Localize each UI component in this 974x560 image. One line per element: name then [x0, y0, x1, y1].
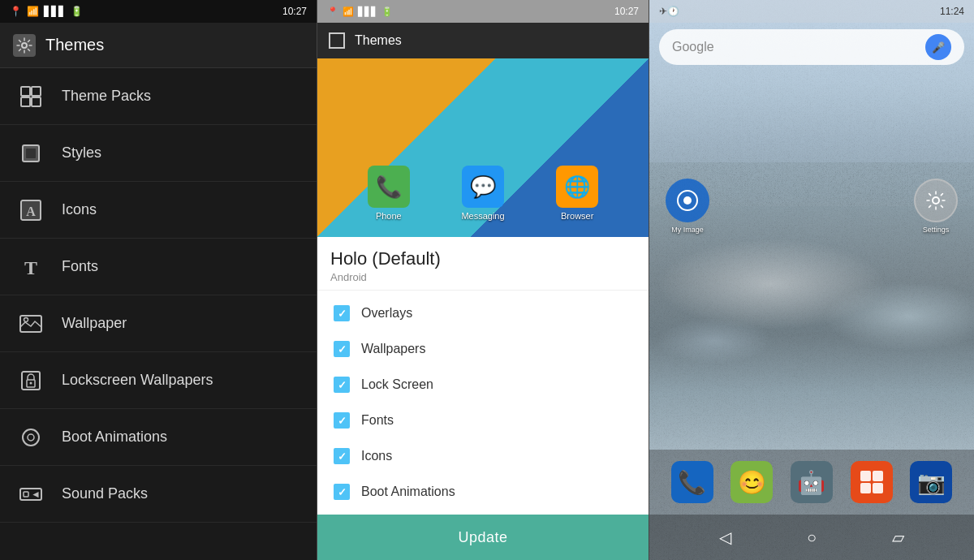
theme-author: Android: [330, 271, 636, 283]
clock-icon: 🕐: [667, 6, 679, 17]
svg-text:A: A: [26, 205, 36, 218]
menu-item-sound-packs[interactable]: ◄ Sound Packs: [0, 466, 317, 523]
svg-rect-1: [21, 87, 30, 96]
wallpapers-label: Wallpapers: [361, 342, 425, 356]
preview-app-messaging: 💬 Messaging: [461, 166, 504, 221]
preview-browser-icon: 🌐: [556, 166, 598, 208]
camera-icon: 📷: [917, 469, 946, 496]
status-time-1: 10:27: [282, 6, 307, 17]
boot-animations-checkmark: ✓: [338, 487, 347, 498]
back-button[interactable]: ◁: [707, 519, 743, 555]
my-image-shortcut[interactable]: My Image: [666, 179, 709, 234]
check-fonts[interactable]: ✓ Fonts: [317, 403, 649, 438]
settings-shortcut[interactable]: Settings: [914, 179, 958, 234]
menu-item-styles[interactable]: Styles: [0, 125, 317, 182]
styles-label: Styles: [62, 144, 101, 162]
back-icon: ◁: [719, 528, 731, 547]
overlays-checkbox[interactable]: ✓: [334, 305, 350, 321]
home-icon: ○: [807, 528, 817, 547]
svg-point-11: [24, 317, 28, 321]
dock-messaging[interactable]: 😊: [730, 461, 773, 503]
wallpapers-checkbox[interactable]: ✓: [334, 341, 350, 357]
menu-item-icons[interactable]: A Icons: [0, 182, 317, 239]
mic-icon: 🎤: [932, 41, 945, 54]
svg-rect-6: [26, 149, 36, 158]
theme-preview-image: 📞 Phone 💬 Messaging 🌐 Browser: [317, 58, 649, 237]
check-wallpapers[interactable]: ✓ Wallpapers: [317, 331, 649, 367]
menu-item-boot-animations[interactable]: Boot Animations: [0, 409, 317, 466]
check-boot-animations[interactable]: ✓ Boot Animations: [317, 474, 649, 510]
check-icons[interactable]: ✓ Icons: [317, 438, 649, 474]
svg-point-16: [28, 434, 34, 441]
wifi-icon-2: 📶: [343, 6, 354, 17]
signal-icon-2: ▋▋▋: [358, 6, 377, 17]
sound-packs-icon: ◄: [16, 480, 45, 509]
preview-messaging-label: Messaging: [461, 211, 504, 221]
theme-detail-panel: 📍 📶 ▋▋▋ 🔋 10:27 Themes 📞 Phone 💬 Messagi…: [317, 0, 649, 560]
home-time: 11:24: [940, 6, 964, 17]
svg-point-22: [683, 196, 692, 205]
dock-bar: 📞 😊 🤖 📷: [649, 450, 974, 515]
check-overlays[interactable]: ✓ Overlays: [317, 295, 649, 331]
fonts-checkbox[interactable]: ✓: [334, 412, 350, 429]
icons-detail-label: Icons: [361, 449, 392, 463]
dock-app[interactable]: 🤖: [791, 461, 833, 503]
status-bar-home: ✈ 🕐 11:24: [649, 0, 974, 23]
lock-screen-checkbox[interactable]: ✓: [334, 377, 350, 393]
battery-icon-2: 🔋: [381, 6, 393, 17]
recent-button[interactable]: ▱: [881, 519, 916, 555]
sound-packs-label: Sound Packs: [62, 485, 148, 502]
svg-rect-27: [873, 483, 883, 493]
menu-item-fonts[interactable]: T Fonts: [0, 239, 317, 295]
status-bar-panel2: 📍 📶 ▋▋▋ 🔋 10:27: [317, 0, 649, 23]
menu-list: Theme Packs Styles A Icons: [0, 68, 317, 560]
wifi-icon: 📶: [27, 6, 39, 17]
boot-animations-checkbox[interactable]: ✓: [334, 484, 350, 500]
recent-icon: ▱: [892, 528, 904, 547]
menu-item-lockscreen-wallpapers[interactable]: Lockscreen Wallpapers: [0, 352, 317, 409]
dock-grid[interactable]: [851, 461, 893, 503]
themes-checkbox[interactable]: [329, 32, 345, 49]
navigation-bar: ◁ ○ ▱: [649, 515, 974, 560]
preview-app-browser: 🌐 Browser: [556, 166, 598, 221]
icons-checkbox[interactable]: ✓: [334, 448, 350, 464]
svg-rect-2: [32, 87, 41, 96]
status-bar-panel1: 📍 📶 ▋▋▋ 🔋 10:27: [0, 0, 317, 23]
fonts-icon: T: [16, 252, 45, 282]
icons-checkmark: ✓: [338, 451, 347, 462]
signal-icon: ▋▋▋: [44, 6, 66, 17]
search-mic-button[interactable]: 🎤: [925, 34, 951, 60]
battery-icon: 🔋: [71, 6, 83, 17]
dock-phone[interactable]: 📞: [671, 461, 713, 503]
svg-point-0: [22, 43, 27, 48]
menu-item-wallpaper[interactable]: Wallpaper: [0, 295, 317, 352]
settings-icon-circle: [914, 179, 958, 222]
themes-header-icon: [13, 34, 36, 57]
preview-phone-icon: 📞: [368, 166, 410, 208]
menu-item-theme-packs[interactable]: Theme Packs: [0, 68, 317, 125]
update-button[interactable]: Update: [317, 515, 649, 560]
preview-app-phone: 📞 Phone: [368, 166, 410, 221]
location-icon: 📍: [10, 6, 22, 17]
lockscreen-wallpapers-icon: [16, 366, 45, 395]
icons-label: Icons: [62, 201, 97, 218]
search-bar[interactable]: Google 🎤: [659, 29, 964, 65]
lock-screen-label: Lock Screen: [361, 377, 433, 392]
fonts-detail-label: Fonts: [361, 413, 394, 428]
update-button-label: Update: [458, 529, 507, 546]
check-lock-screen[interactable]: ✓ Lock Screen: [317, 367, 649, 403]
my-image-label: My Image: [666, 226, 709, 234]
svg-rect-18: [24, 492, 28, 497]
home-button[interactable]: ○: [794, 519, 830, 555]
wallpaper-label: Wallpaper: [62, 315, 127, 332]
svg-point-14: [30, 381, 32, 384]
panel2-header: Themes: [317, 23, 649, 58]
overlays-checkmark: ✓: [338, 308, 347, 319]
theme-packs-label: Theme Packs: [62, 88, 151, 105]
dock-camera[interactable]: 📷: [910, 461, 952, 503]
app-title: Themes: [45, 36, 104, 54]
boot-animations-detail-label: Boot Animations: [361, 485, 455, 499]
theme-packs-icon: [16, 82, 45, 111]
airplane-icon: ✈: [659, 6, 667, 17]
svg-rect-4: [32, 97, 41, 106]
